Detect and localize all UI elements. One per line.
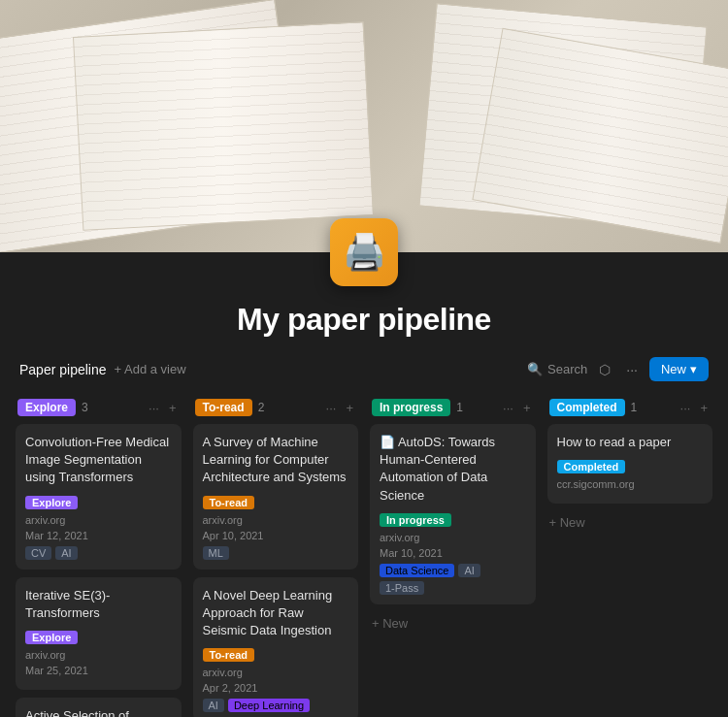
column-more-button-to-read[interactable]: ···: [323, 400, 340, 416]
new-button[interactable]: New ▾: [649, 357, 709, 381]
toolbar-right: 🔍 Search ⬡ ··· New ▾: [527, 357, 709, 381]
card-tag-to-read-1: To-read: [203, 645, 349, 667]
tag-ai: AI: [458, 564, 480, 577]
column-count-to-read: 2: [258, 401, 265, 414]
card-extra-tags-in-progress-0: Data ScienceAI1-Pass: [380, 564, 526, 595]
card-tag-completed-0: Completed: [557, 457, 704, 478]
tag-deep-learning: Deep Learning: [228, 699, 310, 712]
search-icon: 🔍: [527, 362, 543, 376]
column-to-read: To-read2···+A Survey of Machine Learning…: [193, 393, 359, 717]
share-icon: ⬡: [599, 362, 611, 377]
tag-ai: AI: [55, 546, 77, 560]
add-view-button[interactable]: + Add a view: [115, 362, 186, 376]
card-tag-label-completed-0: Completed: [557, 460, 626, 473]
card-tag-explore-1: Explore: [25, 628, 172, 649]
card-title-explore-2: Active Selection of Classification Featu…: [25, 707, 172, 717]
card-extra-tags-to-read-0: ML: [203, 546, 349, 560]
hero-background: [0, 0, 728, 252]
card-tag-explore-0: Explore: [25, 493, 172, 514]
column-more-button-completed[interactable]: ···: [678, 400, 694, 416]
card-source-to-read-1: arxiv.org: [203, 667, 349, 678]
column-add-button-in-progress[interactable]: +: [520, 400, 534, 416]
app-icon-emoji: 🖨️: [343, 232, 386, 273]
tag-ml: ML: [203, 546, 229, 560]
card-extra-tags-explore-0: CVAI: [25, 546, 172, 560]
card-source-explore-0: arxiv.org: [25, 514, 172, 526]
card-title-to-read-1: A Novel Deep Learning Approach for Raw S…: [203, 587, 349, 640]
tag-data-science: Data Science: [380, 564, 454, 577]
page-title: My paper pipeline: [0, 302, 728, 338]
tag-1-pass: 1-Pass: [380, 581, 424, 595]
main-content: 🖨️ My paper pipeline Paper pipeline + Ad…: [0, 218, 728, 717]
card-title-explore-1: Iterative SE(3)-Transformers: [25, 587, 172, 622]
column-tag-completed: Completed: [549, 399, 625, 416]
toolbar: Paper pipeline + Add a view 🔍 Search ⬡ ·…: [0, 357, 728, 393]
chevron-down-icon: ▾: [690, 362, 697, 376]
card-in-progress-0[interactable]: 📄 AutoDS: Towards Human-Centered Automat…: [370, 424, 536, 604]
card-date-to-read-0: Apr 10, 2021: [203, 530, 349, 541]
card-tag-label-to-read-1: To-read: [203, 648, 255, 662]
card-date-explore-0: Mar 12, 2021: [25, 530, 172, 541]
kanban-board: Explore3···+Convolution-Free Medical Ima…: [0, 393, 728, 717]
column-actions-explore: ···+: [146, 400, 179, 416]
card-title-completed-0: How to read a paper: [557, 434, 704, 451]
card-to-read-0[interactable]: A Survey of Machine Learning for Compute…: [193, 424, 359, 570]
card-explore-2[interactable]: Active Selection of Classification Featu…: [16, 698, 182, 717]
more-options-button[interactable]: ···: [622, 360, 642, 379]
card-icon: 📄: [380, 435, 398, 449]
new-button-label: New: [661, 362, 686, 376]
card-date-to-read-1: Apr 2, 2021: [203, 682, 349, 694]
search-button[interactable]: 🔍 Search: [527, 362, 587, 376]
column-completed: Completed1···+How to read a paperComplet…: [547, 393, 713, 717]
tag-cv: CV: [25, 546, 51, 560]
column-more-button-in-progress[interactable]: ···: [500, 400, 516, 416]
card-date-explore-1: Mar 25, 2021: [25, 665, 172, 676]
card-title-explore-0: Convolution-Free Medical Image Segmentat…: [25, 434, 172, 487]
add-card-button-in-progress[interactable]: + New: [370, 612, 536, 635]
column-header-in-progress: In progress1···+: [370, 393, 536, 424]
column-header-to-read: To-read2···+: [193, 393, 359, 424]
book-page-2: [73, 21, 374, 230]
card-title-in-progress-0: 📄 AutoDS: Towards Human-Centered Automat…: [380, 434, 526, 505]
card-tag-label-explore-0: Explore: [25, 496, 78, 509]
card-to-read-1[interactable]: A Novel Deep Learning Approach for Raw S…: [193, 577, 359, 717]
add-card-button-completed[interactable]: + New: [547, 511, 713, 534]
card-tag-label-in-progress-0: In progress: [380, 513, 451, 527]
column-more-button-explore[interactable]: ···: [146, 400, 162, 416]
card-date-in-progress-0: Mar 10, 2021: [380, 547, 526, 559]
card-source-to-read-0: arxiv.org: [203, 514, 349, 526]
share-button[interactable]: ⬡: [595, 360, 614, 379]
page-title-section: My paper pipeline: [0, 286, 728, 357]
column-count-in-progress: 1: [456, 401, 463, 414]
column-add-button-explore[interactable]: +: [166, 400, 180, 416]
add-view-label: + Add a view: [115, 362, 186, 376]
column-add-button-to-read[interactable]: +: [343, 400, 356, 416]
pipeline-label: Paper pipeline: [19, 362, 107, 377]
column-tag-in-progress: In progress: [372, 399, 450, 416]
card-tag-to-read-0: To-read: [203, 493, 349, 514]
card-extra-tags-to-read-1: AIDeep Learning: [203, 699, 349, 712]
card-tag-in-progress-0: In progress: [380, 510, 526, 532]
column-header-explore: Explore3···+: [16, 393, 182, 424]
card-source-explore-1: arxiv.org: [25, 649, 172, 661]
card-tag-label-to-read-0: To-read: [203, 496, 255, 509]
column-explore: Explore3···+Convolution-Free Medical Ima…: [16, 393, 182, 717]
toolbar-left: Paper pipeline + Add a view: [19, 362, 519, 377]
card-tag-label-explore-1: Explore: [25, 631, 78, 644]
hero-banner: [0, 0, 728, 252]
tag-ai: AI: [203, 699, 224, 712]
column-count-completed: 1: [631, 401, 638, 414]
card-source-completed-0: ccr.sigcomm.org: [557, 478, 704, 490]
column-actions-to-read: ···+: [323, 400, 356, 416]
column-in-progress: In progress1···+📄 AutoDS: Towards Human-…: [370, 393, 536, 717]
card-completed-0[interactable]: How to read a paperCompletedccr.sigcomm.…: [547, 424, 713, 504]
card-explore-0[interactable]: Convolution-Free Medical Image Segmentat…: [16, 424, 182, 570]
card-source-in-progress-0: arxiv.org: [380, 532, 526, 543]
app-icon-container: 🖨️: [0, 218, 728, 286]
search-label: Search: [547, 362, 587, 376]
column-tag-explore: Explore: [17, 399, 76, 416]
column-add-button-completed[interactable]: +: [697, 400, 711, 416]
card-title-to-read-0: A Survey of Machine Learning for Compute…: [203, 434, 349, 487]
card-explore-1[interactable]: Iterative SE(3)-TransformersExplorearxiv…: [16, 577, 182, 690]
column-count-explore: 3: [82, 401, 88, 414]
